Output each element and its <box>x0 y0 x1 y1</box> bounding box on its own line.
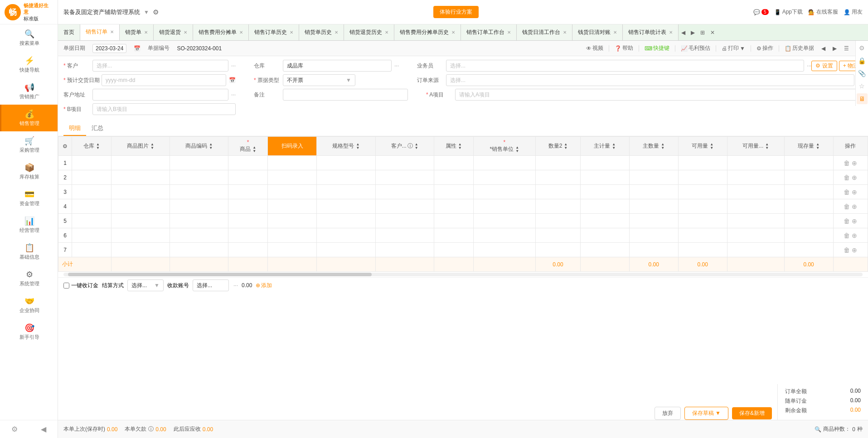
app-download-btn[interactable]: 📱 App下载 <box>774 8 803 16</box>
row-warehouse[interactable] <box>72 170 112 185</box>
sidebar-item-库存核算[interactable]: 📦库存核算 <box>0 158 58 185</box>
row-main-qty[interactable] <box>629 228 678 243</box>
delete-row-btn[interactable]: 🗑 <box>844 232 850 239</box>
row-code[interactable] <box>170 214 228 228</box>
row-warehouse[interactable] <box>72 199 112 214</box>
settings-icon[interactable]: ⚙ <box>153 8 159 16</box>
row-main-unit[interactable] <box>580 228 629 243</box>
row-qty2[interactable] <box>536 185 581 199</box>
th-stock[interactable]: 现存量▲▼ <box>784 137 833 156</box>
tab-close-x[interactable]: ✕ <box>563 30 567 35</box>
tab-销售订单统计表[interactable]: 销售订单统计表✕ <box>623 24 679 41</box>
sidebar-collapse-btn[interactable]: ◀ <box>41 425 46 433</box>
row-attr[interactable] <box>434 228 473 243</box>
customer-input[interactable] <box>92 60 228 72</box>
row-qty2[interactable] <box>536 243 581 257</box>
bank-dots-btn[interactable]: ··· <box>233 282 238 289</box>
copy-row-btn[interactable]: ⊕ <box>852 188 857 196</box>
tab-close-x[interactable]: ✕ <box>290 30 293 35</box>
address-dots-btn[interactable]: ··· <box>231 91 236 98</box>
scrollbar-thumb[interactable] <box>68 273 372 276</box>
sidebar-item-基础信息[interactable]: 📋基础信息 <box>0 238 58 265</box>
row-product[interactable] <box>228 243 268 257</box>
th-main-qty[interactable]: 主数量▲▼ <box>629 137 678 156</box>
sidebar-item-销售管理[interactable]: 💰销售管理 <box>0 105 58 131</box>
message-btn[interactable]: 💬 5 <box>753 9 769 15</box>
nav-prev-btn[interactable]: ◀ <box>820 44 827 53</box>
row-code[interactable] <box>170 185 228 199</box>
user-btn[interactable]: 👤 用友 <box>844 8 863 16</box>
row-main-unit[interactable] <box>580 243 629 257</box>
row-image[interactable] <box>111 199 170 214</box>
tab-销货退货历史[interactable]: 销货退货历史✕ <box>344 24 394 41</box>
row-available2[interactable] <box>727 228 784 243</box>
one-click-label[interactable]: 一键收订金 <box>63 282 98 289</box>
warehouse-input[interactable] <box>283 60 392 72</box>
bank-select[interactable]: 选择... <box>193 279 229 291</box>
tab-expand-btn[interactable]: ⊞ <box>698 24 708 41</box>
row-product[interactable] <box>228 156 268 170</box>
sidebar-item-系统管理[interactable]: ⚙系统管理 <box>0 265 58 292</box>
row-available2[interactable] <box>727 199 784 214</box>
row-stock[interactable] <box>784 185 833 199</box>
tab-close-btn[interactable]: ✕ <box>708 24 718 41</box>
row-code[interactable] <box>170 243 228 257</box>
help-btn[interactable]: ❓帮助 <box>613 43 635 53</box>
a-project-input[interactable] <box>455 89 863 101</box>
row-customer-code[interactable] <box>375 228 434 243</box>
row-unit[interactable] <box>473 170 536 185</box>
delete-row-btn[interactable]: 🗑 <box>844 203 850 210</box>
tab-销售订单历史[interactable]: 销售订单历史✕ <box>249 24 299 41</box>
row-available[interactable] <box>678 185 727 199</box>
row-attr[interactable] <box>434 214 473 228</box>
save-draft-btn[interactable]: 保存草稿 ▼ <box>684 407 728 420</box>
ticket-select[interactable]: 不开票 ▼ <box>283 74 355 86</box>
row-spec[interactable] <box>317 243 375 257</box>
row-warehouse[interactable] <box>72 156 112 170</box>
tab-销货退货[interactable]: 销货退货✕ <box>154 24 193 41</box>
th-main-unit[interactable]: 主计量▲▼ <box>580 137 629 156</box>
th-attr[interactable]: 属性▲▼ <box>434 137 473 156</box>
row-qty2[interactable] <box>536 199 581 214</box>
horizontal-scrollbar[interactable] <box>63 273 863 276</box>
row-customer-code[interactable] <box>375 156 434 170</box>
row-code[interactable] <box>170 156 228 170</box>
row-available2[interactable] <box>727 243 784 257</box>
add-payment-btn[interactable]: ⊕ 添加 <box>256 282 272 289</box>
row-product[interactable] <box>228 199 268 214</box>
row-available2[interactable] <box>727 156 784 170</box>
online-service-btn[interactable]: 💁 在线客服 <box>808 8 838 16</box>
row-customer-code[interactable] <box>375 199 434 214</box>
row-code[interactable] <box>170 199 228 214</box>
tab-close-x[interactable]: ✕ <box>110 29 114 34</box>
row-qty2[interactable] <box>536 214 581 228</box>
row-main-unit[interactable] <box>580 156 629 170</box>
tab-close-x[interactable]: ✕ <box>451 30 455 35</box>
row-spec[interactable] <box>317 214 375 228</box>
row-main-qty[interactable] <box>629 243 678 257</box>
view-list-btn[interactable]: ☰ <box>842 44 851 53</box>
tab-销售订单[interactable]: 销售订单✕ <box>80 24 120 41</box>
tab-销售订单工作台[interactable]: 销售订单工作台✕ <box>461 24 517 41</box>
copy-row-btn[interactable]: ⊕ <box>852 232 857 239</box>
row-spec[interactable] <box>317 156 375 170</box>
staff-dots-btn[interactable]: ··· <box>807 63 811 69</box>
row-stock[interactable] <box>784 199 833 214</box>
row-available[interactable] <box>678 243 727 257</box>
row-warehouse[interactable] <box>72 214 112 228</box>
sidebar-item-搜索菜单[interactable]: 🔍搜索菜单 <box>0 24 58 51</box>
tab-钱货日清工作台[interactable]: 钱货日清工作台✕ <box>517 24 572 41</box>
delete-row-btn[interactable]: 🗑 <box>844 246 850 254</box>
tab-销售费用分摊单历史[interactable]: 销售费用分摊单历史✕ <box>394 24 461 41</box>
history-btn[interactable]: 📋历史单据 <box>783 43 816 53</box>
tab-detail[interactable]: 明细 <box>63 121 86 136</box>
tab-首页[interactable]: 首页 <box>58 24 80 41</box>
profit-btn[interactable]: 📈毛利预估 <box>679 43 712 53</box>
sidebar-item-营销推广[interactable]: 📢营销推广 <box>0 78 58 105</box>
row-image[interactable] <box>111 185 170 199</box>
copy-row-btn[interactable]: ⊕ <box>852 174 857 181</box>
row-unit[interactable] <box>473 243 536 257</box>
save-new-btn[interactable]: 保存&新增 <box>732 407 772 419</box>
row-available[interactable] <box>678 214 727 228</box>
row-customer-code[interactable] <box>375 243 434 257</box>
